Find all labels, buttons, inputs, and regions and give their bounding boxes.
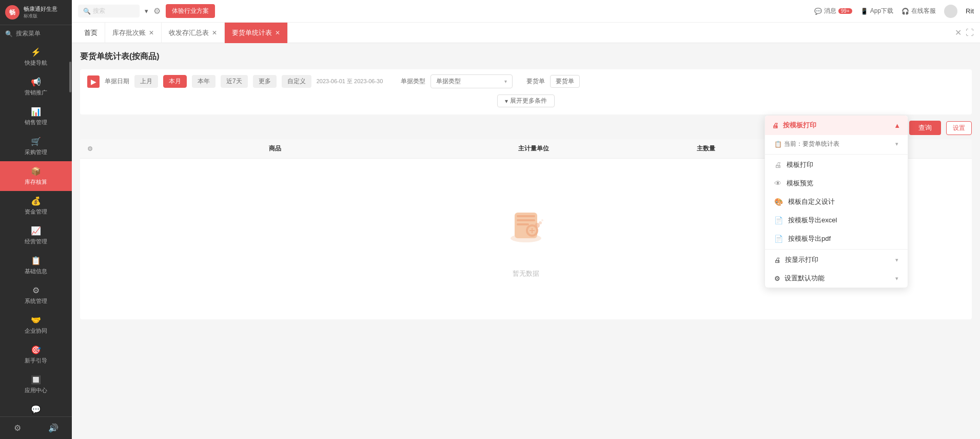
empty-icon [500,200,552,261]
marketing-icon: 📢 [31,77,41,87]
sidebar-item-label: 采购管理 [25,148,47,156]
logo-badge: 标准版 [24,13,57,20]
order-type-label: 单据类型 [401,77,425,86]
sidebar-item-label: 新手引导 [25,357,47,365]
sidebar-item-operation[interactable]: 📈 经营管理 [0,221,72,251]
topbar-search-placeholder: 搜索 [93,7,105,15]
export-excel-icon: 📄 [774,216,783,224]
inventory-icon: 📦 [31,166,41,176]
basic-icon: 📋 [31,256,41,265]
page-title: 要货单统计表(按商品) [80,51,972,62]
tab-close-inventory-batch[interactable]: ✕ [149,29,154,36]
date-btn-current-month[interactable]: 本月 [163,75,187,88]
setting-button[interactable]: 设置 [946,121,972,135]
sidebar-item-label: 企业协同 [25,327,47,335]
sidebar-item-guide[interactable]: 🎯 新手引导 [0,340,72,370]
print-dropdown-collapse-icon[interactable]: ▲ [894,122,900,129]
tab-window-controls: ✕ ⛶ [955,28,980,37]
query-button[interactable]: 查询 [909,121,941,135]
sidebar-item-sales[interactable]: 📊 销售管理 [0,102,72,131]
table-col-gear[interactable]: ⚙ [87,145,103,152]
print-dropdown-export-pdf[interactable]: 📄 按模板导出pdf [765,230,908,248]
divider-1 [765,154,908,155]
username-label: Rit [966,7,974,15]
goods-filter-tag[interactable]: 要货单 [550,75,580,88]
tab-close-receipt-summary[interactable]: ✕ [212,29,217,36]
sidebar-item-enterprise[interactable]: 🤝 企业协同 [0,310,72,340]
svg-rect-2 [517,215,535,217]
print-dropdown-current[interactable]: 📋 当前：要货单统计表 ▾ [765,135,908,153]
messages-button[interactable]: 💬 消息 99+ [814,7,852,15]
tab-inventory-batch[interactable]: 库存批次账 ✕ [105,23,162,43]
print-dropdown-export-excel[interactable]: 📄 按模板导出excel [765,211,908,230]
svg-rect-3 [517,219,535,221]
print-dropdown-header-icon: 🖨 [772,122,779,129]
tab-receipt-summary[interactable]: 收发存汇总表 ✕ [162,23,225,43]
page-content: 要货单统计表(按商品) ▶ 单据日期 上月 本月 本年 近7天 更多 自定义 2… [72,43,980,439]
maximize-window-icon[interactable]: ⛶ [966,28,974,37]
print-dropdown-template-preview[interactable]: 👁 模板预览 [765,174,908,193]
sidebar-item-app-center[interactable]: 🔲 应用中心 [0,370,72,399]
topbar-search-box[interactable]: 🔍 搜索 [78,5,140,17]
sidebar-settings-icon[interactable]: ⚙ [14,423,21,433]
sidebar-item-system[interactable]: ⚙ 系统管理 [0,280,72,310]
print-dropdown-template-design[interactable]: 🎨 模板自定义设计 [765,193,908,211]
sidebar-nav: ⚡ 快捷导航 📢 营销推广 📊 销售管理 🛒 采购管理 📦 库存核算 💰 资金管… [0,42,72,416]
operation-icon: 📈 [31,226,41,236]
date-btn-last-month[interactable]: 上月 [134,75,158,88]
topbar: 🔍 搜索 ▾ ⚙ 体验行业方案 💬 消息 99+ 📱 App下载 🎧 在线客服 [72,0,980,23]
print-dropdown-template-print[interactable]: 🖨 模板打印 [765,156,908,174]
filter-expand-icon[interactable]: ▶ [87,75,100,88]
print-dropdown-title: 按模板打印 [783,121,816,130]
divider-2 [765,249,908,250]
close-window-icon[interactable]: ✕ [955,28,962,37]
template-design-label: 模板自定义设计 [788,197,835,206]
sidebar-item-purchase[interactable]: 🛒 采购管理 [0,131,72,161]
topbar-actions: 💬 消息 99+ 📱 App下载 🎧 在线客服 Rit [814,5,974,18]
template-design-icon: 🎨 [774,198,783,206]
tabbar: 首页 库存批次账 ✕ 收发存汇总表 ✕ 要货单统计表 ✕ ✕ ⛶ [72,23,980,43]
system-icon: ⚙ [32,285,40,295]
online-service-button[interactable]: 🎧 在线客服 [901,7,936,15]
tab-home[interactable]: 首页 [77,23,105,43]
date-btn-current-year[interactable]: 本年 [192,75,215,88]
print-dropdown-display-print[interactable]: 🖨 按显示打印 ▾ [765,251,908,269]
user-avatar[interactable] [944,5,957,18]
enterprise-wechat-icon: 💬 [31,405,41,414]
svg-point-10 [539,221,542,224]
order-type-arrow-icon: ▾ [504,79,507,84]
sidebar-item-label: 经营管理 [25,238,47,245]
date-btn-custom[interactable]: 自定义 [282,75,311,88]
logo-icon: 畅 [5,5,19,20]
date-btn-last-7-days[interactable]: 近7天 [221,75,248,88]
sidebar-item-finance[interactable]: 💰 资金管理 [0,191,72,221]
print-dropdown-default-function[interactable]: ⚙ 设置默认功能 ▾ [765,269,908,288]
template-print-icon: 🖨 [774,161,781,169]
app-download-icon: 📱 [860,8,868,15]
tab-close-order-stats[interactable]: ✕ [275,29,280,36]
sidebar-sound-icon[interactable]: 🔊 [48,423,58,433]
sidebar-item-label: 应用中心 [25,387,47,394]
current-icon: 📋 [774,141,782,148]
sidebar-item-basic[interactable]: 📋 基础信息 [0,251,72,280]
trial-button[interactable]: 体验行业方案 [166,4,215,18]
sidebar-item-quick-nav[interactable]: ⚡ 快捷导航 [0,42,72,72]
topbar-gear-icon[interactable]: ⚙ [153,6,161,16]
sidebar-item-label: 系统管理 [25,297,47,305]
order-type-select[interactable]: 单据类型 ▾ [430,74,513,88]
date-btn-more[interactable]: 更多 [253,75,277,88]
tab-order-stats[interactable]: 要货单统计表 ✕ [225,23,288,43]
sidebar-item-marketing[interactable]: 📢 营销推广 [0,72,72,102]
current-label: 当前：要货单统计表 [784,140,839,148]
app-center-icon: 🔲 [31,375,41,385]
topbar-dropdown[interactable]: ▾ [145,7,148,15]
expand-more-conditions-btn[interactable]: ▾ 展开更多条件 [497,94,555,107]
sidebar-item-inventory[interactable]: 📦 库存核算 [0,161,72,191]
headset-icon: 🎧 [901,8,909,15]
sidebar-search[interactable]: 🔍 搜索菜单 [0,25,72,42]
sidebar-item-label: 基础信息 [25,268,47,275]
sidebar-item-enterprise-wechat[interactable]: 💬 企业微信 [0,399,72,416]
app-download-button[interactable]: 📱 App下载 [860,7,893,15]
display-print-label: 按显示打印 [785,255,818,264]
finance-icon: 💰 [31,196,41,206]
